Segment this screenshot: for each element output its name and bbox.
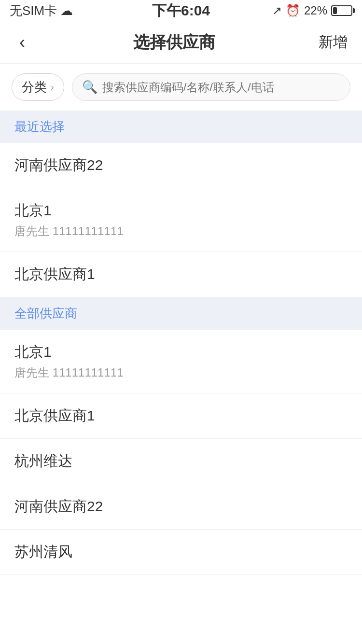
status-right: ↗ ⏰ 22% xyxy=(272,4,352,17)
sim-status: 无SIM卡 ☁ xyxy=(10,2,73,19)
item-name: 北京1 xyxy=(14,342,348,362)
list-item[interactable]: 河南供应商22 xyxy=(0,143,362,188)
item-subtitle: 唐先生 11111111111 xyxy=(14,224,348,239)
new-action-button[interactable]: 新增 xyxy=(319,32,348,52)
list-item[interactable]: 河南供应商22 xyxy=(0,484,362,530)
battery-icon xyxy=(331,5,352,16)
list-item[interactable]: 杭州维达 xyxy=(0,439,362,484)
search-icon: 🔍 xyxy=(82,80,97,95)
alarm-icon: ⏰ xyxy=(286,4,300,17)
section-header-recent: 最近选择 xyxy=(0,111,362,143)
list-item[interactable]: 苏州清风 xyxy=(0,530,362,575)
list-item[interactable]: 北京供应商1 xyxy=(0,393,362,439)
category-label: 分类 xyxy=(22,79,47,96)
item-name: 北京1 xyxy=(14,201,348,221)
section-title-all: 全部供应商 xyxy=(14,306,77,321)
status-time: 下午6:04 xyxy=(152,1,210,21)
nav-title: 选择供应商 xyxy=(133,31,215,54)
chevron-right-icon: › xyxy=(51,82,54,93)
status-bar: 无SIM卡 ☁ 下午6:04 ↗ ⏰ 22% xyxy=(0,0,362,21)
item-subtitle: 唐先生 11111111111 xyxy=(14,365,348,380)
status-left: 无SIM卡 ☁ xyxy=(10,2,73,19)
item-name: 北京供应商1 xyxy=(14,406,348,426)
list-item[interactable]: 北京1唐先生 11111111111 xyxy=(0,330,362,393)
search-input[interactable] xyxy=(102,81,340,94)
item-name: 杭州维达 xyxy=(14,451,348,471)
category-button[interactable]: 分类 › xyxy=(12,73,64,101)
list-item[interactable]: 北京1唐先生 11111111111 xyxy=(0,188,362,252)
list-item[interactable]: 北京供应商1 xyxy=(0,252,362,297)
search-bar: 分类 › 🔍 xyxy=(0,64,362,111)
section-title-recent: 最近选择 xyxy=(14,119,65,134)
search-input-wrap: 🔍 xyxy=(72,73,350,101)
item-name: 河南供应商22 xyxy=(14,155,348,175)
back-button[interactable]: ‹ xyxy=(14,28,30,57)
battery-percent: 22% xyxy=(304,4,327,17)
supplier-list: 最近选择河南供应商22北京1唐先生 11111111111北京供应商1全部供应商… xyxy=(0,111,362,575)
item-name: 北京供应商1 xyxy=(14,265,348,284)
section-header-all: 全部供应商 xyxy=(0,297,362,330)
item-name: 河南供应商22 xyxy=(14,497,348,517)
location-icon: ↗ xyxy=(272,4,282,17)
nav-bar: ‹ 选择供应商 新增 xyxy=(0,21,362,64)
item-name: 苏州清风 xyxy=(14,542,348,562)
